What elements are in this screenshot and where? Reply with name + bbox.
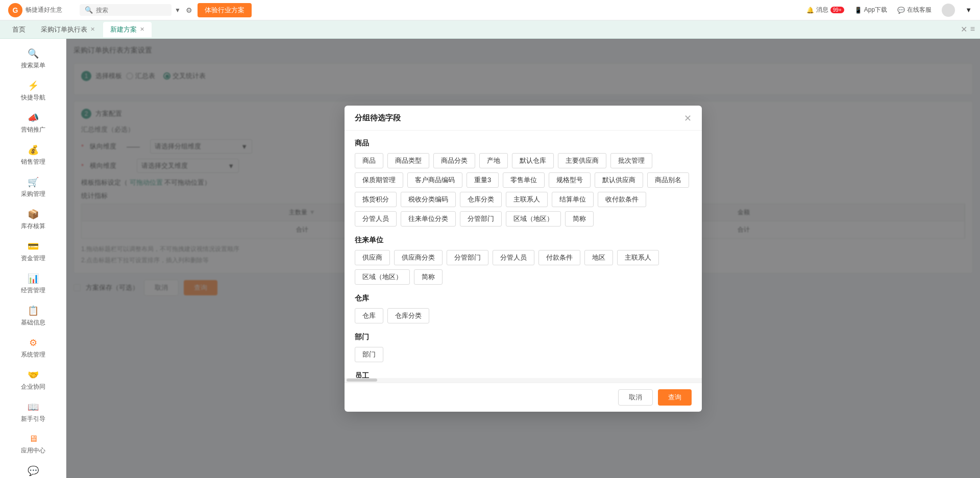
sidebar-item-apps[interactable]: 🖥 应用中心: [0, 429, 66, 460]
tab-new-scheme[interactable]: 新建方案 ✕: [103, 22, 152, 37]
field-main-contact[interactable]: 主联系人: [506, 192, 548, 207]
tab-bar: 首页 采购订单执行表 ✕ 新建方案 ✕ ✕ ≡: [0, 20, 980, 39]
field-partner-abbr[interactable]: 简称: [414, 269, 443, 285]
field-default-warehouse[interactable]: 默认仓库: [512, 153, 554, 168]
field-batch-mgmt[interactable]: 批次管理: [610, 153, 652, 168]
sidebar-item-guide-label: 新手引导: [21, 415, 45, 423]
sidebar-item-guide[interactable]: 📖 新手引导: [0, 396, 66, 429]
header-search[interactable]: 🔍: [80, 4, 172, 16]
user-dropdown-icon[interactable]: ▼: [965, 6, 972, 14]
field-payment-terms[interactable]: 收付款条件: [598, 192, 646, 207]
field-abbr[interactable]: 简称: [565, 211, 594, 227]
header-right: 🔔 消息 99+ 📱 App下载 💬 在线客服 ▼: [806, 4, 972, 17]
field-customer-code[interactable]: 客户商品编码: [407, 172, 462, 188]
tab-new-scheme-close[interactable]: ✕: [140, 26, 144, 33]
field-partner-contact[interactable]: 主联系人: [617, 250, 659, 265]
online-service-item[interactable]: 💬 在线客服: [897, 6, 932, 14]
inventory-icon: 📦: [28, 209, 39, 220]
field-quality-mgmt[interactable]: 保质期管理: [355, 172, 403, 188]
field-partner-manager[interactable]: 分管人员: [493, 250, 534, 265]
download-icon: 📱: [854, 7, 862, 14]
guide-icon: 📖: [28, 401, 39, 413]
field-pay-terms[interactable]: 付款条件: [538, 250, 580, 265]
sidebar-item-apps-label: 应用中心: [21, 446, 45, 455]
field-settlement-unit[interactable]: 结算单位: [552, 192, 594, 207]
field-weight3[interactable]: 重量3: [467, 172, 499, 188]
field-supplier[interactable]: 供应商: [355, 250, 390, 265]
app-download-label: App下载: [864, 6, 887, 14]
field-product-alias[interactable]: 商品别名: [647, 172, 689, 188]
field-department[interactable]: 部门: [355, 347, 383, 362]
tab-purchase-list-close[interactable]: ✕: [90, 26, 95, 33]
field-spec-model[interactable]: 规格型号: [549, 172, 591, 188]
section-warehouse-title: 仓库: [355, 294, 692, 303]
sidebar-item-sales[interactable]: 💰 销售管理: [0, 139, 66, 171]
modal-header: 分组待选字段 ✕: [345, 106, 702, 131]
section-employee: 员工 业务员: [355, 371, 692, 379]
section-partner-title: 往来单位: [355, 236, 692, 245]
sidebar-item-purchase[interactable]: 🛒 采购管理: [0, 171, 66, 204]
sidebar-item-wechat[interactable]: 💬 企业微信: [0, 460, 66, 478]
dept-fields: 部门: [355, 347, 692, 362]
sidebar-item-inventory[interactable]: 📦 库存核算: [0, 204, 66, 236]
field-region-product[interactable]: 区域（地区）: [506, 211, 561, 227]
field-retail-unit[interactable]: 零售单位: [503, 172, 545, 188]
sidebar-item-search-label: 搜索菜单: [21, 61, 45, 70]
purchase-icon: 🛒: [28, 177, 39, 188]
sidebar-item-purchase-label: 采购管理: [21, 190, 45, 198]
field-manager[interactable]: 分管人员: [355, 211, 397, 227]
product-fields: 商品 商品类型 商品分类 产地 默认仓库 主要供应商 批次管理 保质期管理 客户…: [355, 153, 692, 227]
field-supplier-category[interactable]: 供应商分类: [394, 250, 443, 265]
content-area: 采购订单执行表方案设置 1 选择模板 汇总表 交叉统计表: [66, 39, 980, 478]
operation-icon: 📊: [28, 273, 39, 284]
field-main-supplier[interactable]: 主要供应商: [558, 153, 606, 168]
experience-btn[interactable]: 体验行业方案: [198, 3, 252, 17]
dropdown-arrow[interactable]: ▼: [175, 7, 181, 14]
field-default-supplier[interactable]: 默认供应商: [595, 172, 643, 188]
logo-icon: G: [8, 3, 22, 17]
sidebar: 🔍 搜索菜单 ⚡ 快捷导航 📣 营销推广 💰 销售管理 🛒 采购管理 📦 库存核…: [0, 39, 66, 478]
sidebar-item-basic[interactable]: 📋 基础信息: [0, 300, 66, 332]
modal-close-button[interactable]: ✕: [684, 113, 692, 124]
sidebar-item-finance[interactable]: 💳 资金管理: [0, 236, 66, 268]
modal-hscroll[interactable]: [345, 378, 702, 382]
quicknav-icon: ⚡: [28, 80, 39, 91]
hscroll-thumb[interactable]: [347, 379, 377, 382]
modal: 分组待选字段 ✕ 商品 商品 商品类型 商品分类 产地 默认仓库 主要供应商: [345, 106, 702, 412]
field-product-type[interactable]: 商品类型: [387, 153, 429, 168]
field-tax-code[interactable]: 税收分类编码: [401, 192, 456, 207]
sidebar-item-quicknav[interactable]: ⚡ 快捷导航: [0, 75, 66, 107]
modal-cancel-button[interactable]: 取消: [618, 389, 653, 406]
field-product[interactable]: 商品: [355, 153, 383, 168]
sidebar-item-collab[interactable]: 🤝 企业协同: [0, 364, 66, 396]
field-partner-category[interactable]: 往来单位分类: [401, 211, 456, 227]
app-download-item[interactable]: 📱 App下载: [854, 6, 887, 14]
tab-collapse-icon[interactable]: ✕: [961, 24, 967, 34]
gear-icon[interactable]: ⚙: [186, 6, 192, 14]
notification-item[interactable]: 🔔 消息 99+: [806, 6, 844, 14]
field-origin[interactable]: 产地: [479, 153, 508, 168]
field-region-partner[interactable]: 地区: [584, 250, 613, 265]
sidebar-item-system[interactable]: ⚙ 系统管理: [0, 332, 66, 364]
section-dept-title: 部门: [355, 333, 692, 342]
avatar[interactable]: [942, 4, 955, 17]
field-partner-region[interactable]: 区域（地区）: [355, 269, 410, 285]
modal-confirm-button[interactable]: 查询: [658, 389, 692, 406]
search-menu-icon: 🔍: [28, 48, 39, 59]
field-pick-points[interactable]: 拣货积分: [355, 192, 397, 207]
tab-purchase-list[interactable]: 采购订单执行表 ✕: [34, 22, 102, 37]
collab-icon: 🤝: [28, 369, 39, 381]
tab-menu-icon[interactable]: ≡: [970, 24, 975, 34]
top-header: G 畅捷通好生意 🔍 ▼ ⚙ 体验行业方案 🔔 消息 99+ 📱 App下载 💬…: [0, 0, 980, 20]
tab-home[interactable]: 首页: [5, 22, 33, 37]
field-dept[interactable]: 分管部门: [460, 211, 502, 227]
sidebar-item-search[interactable]: 🔍 搜索菜单: [0, 43, 66, 75]
sidebar-item-operation[interactable]: 📊 经营管理: [0, 268, 66, 300]
field-warehouse-category[interactable]: 仓库分类: [460, 192, 502, 207]
field-warehouse[interactable]: 仓库: [355, 308, 383, 323]
field-product-category[interactable]: 商品分类: [433, 153, 475, 168]
field-warehouse-cat[interactable]: 仓库分类: [387, 308, 429, 323]
field-partner-dept[interactable]: 分管部门: [447, 250, 488, 265]
sidebar-item-marketing[interactable]: 📣 营销推广: [0, 107, 66, 139]
search-input[interactable]: [96, 7, 166, 14]
